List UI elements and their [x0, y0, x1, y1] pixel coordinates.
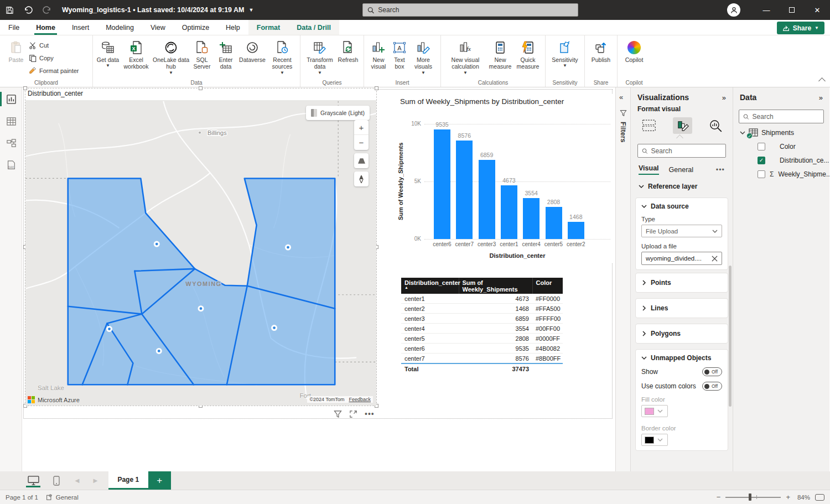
close-button[interactable]: ✕ [805, 0, 830, 20]
format-painter-button[interactable]: Format painter [29, 65, 79, 76]
tab-help[interactable]: Help [217, 20, 248, 35]
new-visual-button[interactable]: New visual [367, 38, 390, 70]
undo-icon[interactable] [19, 0, 38, 20]
use-custom-colors-toggle[interactable]: Off [702, 382, 722, 391]
dataverse-button[interactable]: Dataverse [237, 38, 268, 63]
format-search-input[interactable] [651, 147, 722, 155]
table-row[interactable]: center43554#00FF00 [401, 324, 563, 334]
mobile-layout-icon[interactable] [49, 471, 64, 490]
table-node-shipments[interactable]: ✓ Shipments [733, 126, 829, 139]
bar-center7[interactable] [456, 141, 473, 239]
analytics-pane-icon[interactable] [709, 119, 723, 133]
previous-page-icon[interactable]: ◄ [72, 476, 82, 485]
field-color[interactable]: Color [733, 139, 829, 153]
collapse-ribbon-icon[interactable] [818, 77, 826, 85]
weekly-shipments-checkbox[interactable] [758, 170, 765, 178]
get-data-button[interactable]: Get data▼ [96, 38, 120, 69]
map-style-button[interactable]: Grayscale (Light) [306, 106, 370, 120]
report-view-icon[interactable] [5, 93, 17, 105]
tab-insert[interactable]: Insert [64, 20, 97, 35]
upload-file-input[interactable] [646, 255, 707, 262]
bar-chart-visual[interactable]: Sum of Weekly_Shipments by Distribution_… [393, 94, 613, 263]
field-weekly-shipments[interactable]: Σ Weekly_Shipme... [733, 167, 829, 181]
data-source-expander[interactable]: Data source [641, 202, 722, 210]
reference-layer-expander[interactable]: Reference layer [631, 178, 733, 195]
format-pane-icon-selected[interactable] [673, 117, 693, 134]
desktop-layout-icon[interactable] [25, 471, 41, 490]
tab-general[interactable]: General [669, 166, 693, 174]
copilot-button[interactable]: Copilot [621, 38, 647, 63]
tab-format[interactable]: Format [248, 20, 288, 35]
upload-file-field[interactable] [641, 252, 722, 265]
focus-mode-icon[interactable] [349, 410, 357, 418]
data-search-input[interactable] [753, 113, 819, 121]
resize-handle[interactable] [23, 86, 27, 90]
fields-pane-icon[interactable] [642, 119, 656, 132]
bar-center5[interactable] [546, 207, 562, 239]
bar-center1[interactable] [501, 185, 517, 239]
compass-button[interactable] [354, 172, 369, 186]
border-color-dropdown[interactable] [641, 434, 668, 446]
type-dropdown[interactable]: File Upload [641, 225, 722, 237]
feedback-link[interactable]: Feedback [349, 397, 371, 402]
next-page-icon[interactable]: ► [90, 476, 101, 485]
tab-modeling[interactable]: Modeling [97, 20, 142, 35]
collapse-data-panel-icon[interactable]: » [819, 93, 823, 102]
table-row[interactable]: center36859#FFFF00 [401, 314, 563, 324]
excel-workbook-button[interactable]: X Excel workbook [120, 38, 153, 70]
title-dropdown-icon[interactable]: ▼ [249, 7, 254, 13]
share-button[interactable]: Share ▼ [777, 22, 824, 34]
table-view-icon[interactable] [5, 115, 17, 127]
col-header-color[interactable]: Color [532, 278, 563, 294]
points-card[interactable]: Points [635, 273, 728, 293]
more-visuals-button[interactable]: More visuals▼ [409, 38, 437, 75]
refresh-button[interactable]: Refresh [336, 38, 360, 63]
text-box-button[interactable]: A Text box [390, 38, 409, 70]
save-icon[interactable] [0, 0, 19, 20]
sensitivity-button[interactable]: Sensitivity▼ [549, 38, 581, 69]
bar-center4[interactable] [523, 198, 540, 239]
filter-icon[interactable] [334, 410, 342, 418]
filters-pane-label[interactable]: Filters [619, 122, 627, 143]
recent-sources-button[interactable]: Recent sources▼ [268, 38, 297, 75]
tab-optimize[interactable]: Optimize [174, 20, 217, 35]
resize-handle[interactable] [375, 86, 378, 90]
data-search-box[interactable] [739, 110, 824, 123]
table-row[interactable]: center69535#4B0082 [401, 344, 563, 354]
col-header-distribution-center[interactable]: Distribution_center▲ [401, 278, 459, 294]
tab-view[interactable]: View [142, 20, 174, 35]
transform-data-button[interactable]: Transform data▼ [304, 38, 336, 75]
sensitivity-badge[interactable]: General [56, 494, 79, 501]
new-measure-button[interactable]: New measure [486, 38, 514, 70]
zoom-in-control[interactable]: + [786, 493, 790, 501]
color-checkbox[interactable] [758, 143, 765, 150]
dax-query-view-icon[interactable]: DAX [5, 159, 17, 172]
polygons-card[interactable]: Polygons [635, 324, 728, 344]
new-visual-calculation-button[interactable]: fx New visual calculation▼ [444, 38, 486, 75]
panel-scrollbar[interactable] [729, 266, 732, 407]
enter-data-button[interactable]: Enter data [215, 38, 237, 70]
lines-card[interactable]: Lines [635, 298, 728, 318]
tab-visual[interactable]: Visual [639, 164, 659, 175]
minimize-button[interactable]: — [754, 0, 779, 20]
table-row[interactable]: center78576#8B00FF [401, 354, 563, 364]
format-search-box[interactable] [637, 144, 726, 158]
map-visual[interactable]: Distribution_center [25, 88, 377, 406]
field-distribution-center[interactable]: ✓ Distribution_ce... [733, 153, 829, 167]
col-header-sum-weekly-shipments[interactable]: Sum of Weekly_Shipments [459, 278, 532, 294]
zoom-slider-thumb[interactable] [749, 493, 751, 501]
onelake-data-hub-button[interactable]: OneLake data hub▼ [153, 38, 189, 75]
more-options-icon[interactable]: ••• [365, 409, 375, 418]
copy-button[interactable]: Copy [29, 53, 79, 64]
table-row[interactable]: center21468#FFA500 [401, 304, 563, 314]
table-row[interactable]: center14673#FF0000 [401, 294, 563, 304]
global-search[interactable] [362, 3, 578, 17]
unmapped-objects-expander[interactable]: Unmapped Objects [641, 354, 722, 362]
zoom-out-control[interactable]: − [717, 493, 721, 501]
document-title[interactable]: Wyoming_logistics-1 • Last saved: 10/4/2… [62, 6, 253, 14]
expand-filters-icon[interactable]: « [619, 93, 623, 101]
bar-center3[interactable] [479, 160, 495, 239]
quick-measure-button[interactable]: Quick measure [514, 38, 542, 70]
tab-data-drill[interactable]: Data / Drill [288, 20, 339, 35]
report-canvas[interactable]: Distribution_center [22, 87, 615, 471]
